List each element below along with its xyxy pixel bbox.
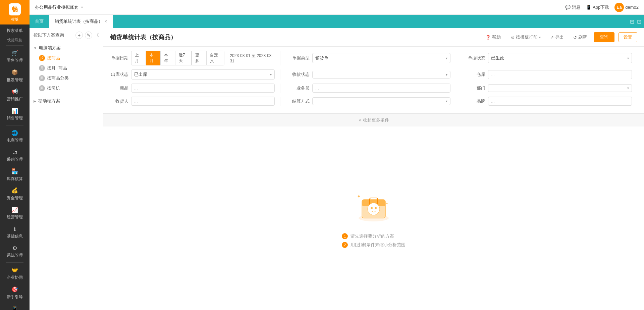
filter-row-3: 商品 ... 业务员 ... <box>110 84 637 93</box>
dept-caret-icon: ▾ <box>627 86 629 90</box>
avatar[interactable]: Ea <box>614 3 624 12</box>
sidebar-item-enterprise[interactable]: 🤝 企业协同 <box>0 264 30 283</box>
sidebar-label-marketing: 营销推广 <box>7 96 23 102</box>
date-btn-7days[interactable]: 近7天 <box>175 51 192 65</box>
receiver-value-group: ... <box>131 97 275 106</box>
scheme-item-by-driver[interactable]: 回 按司机 <box>30 83 103 93</box>
sidebar-item-sales[interactable]: 📊 销售管理 <box>0 105 30 124</box>
sidebar-label-operations: 经营管理 <box>7 214 23 220</box>
edit-scheme-button[interactable]: ✎ <box>85 32 92 39</box>
salesperson-value-group: ... <box>312 84 450 93</box>
sidebar-item-marketing[interactable]: 📢 营销推广 <box>0 85 30 104</box>
brand-label: 品牌 <box>467 98 485 104</box>
date-btn-custom[interactable]: 自定义 <box>206 51 224 65</box>
sidebar-item-operations[interactable]: 📈 经营管理 <box>0 204 30 223</box>
wholesale-icon: 📦 <box>11 69 18 76</box>
industry-dropdown-icon[interactable]: ▾ <box>81 5 83 9</box>
receiver-input[interactable]: ... <box>131 97 275 106</box>
add-scheme-button[interactable]: + <box>75 32 83 39</box>
sidebar-item-basic[interactable]: ℹ 基础信息 <box>0 223 30 242</box>
app-download-button[interactable]: 📱 App下载 <box>586 4 609 10</box>
product-label: 商品 <box>110 85 128 91</box>
out-select[interactable]: 已出库 ▾ <box>131 69 275 80</box>
sidebar-divider <box>6 45 24 46</box>
scheme-item-by-month-product[interactable]: 月 按月+商品 <box>30 63 103 73</box>
scheme-item-by-product[interactable]: 按 按商品 <box>30 53 103 63</box>
procurement-icon: 🗂 <box>12 149 17 156</box>
sidebar-item-guide[interactable]: 🎯 新手引导 <box>0 283 30 302</box>
help-button[interactable]: ❓ 帮助 <box>483 33 503 42</box>
svg-point-6 <box>375 207 377 209</box>
salesperson-input[interactable]: ... <box>312 84 450 93</box>
date-btn-this-year[interactable]: 本年 <box>160 51 175 65</box>
warehouse-input[interactable]: ... <box>488 70 632 79</box>
help-icon: ❓ <box>485 35 491 40</box>
sidebar-item-wholesale[interactable]: 📦 批发管理 <box>0 66 30 85</box>
user-menu[interactable]: Ea demo2 <box>614 3 639 12</box>
sidebar-item-procurement[interactable]: 🗂 采购管理 <box>0 146 30 165</box>
product-input[interactable]: ... <box>131 84 275 93</box>
sidebar-label-system: 系统管理 <box>7 253 23 258</box>
tab-sales-stat[interactable]: 销货单统计表（按商品） × <box>49 15 113 28</box>
sidebar-label-finance: 资金管理 <box>7 195 23 201</box>
date-label: 单据日期 <box>110 55 128 61</box>
marketing-icon: 📢 <box>11 88 18 95</box>
sidebar-label-ecommerce: 电商管理 <box>7 138 23 143</box>
settings-button[interactable]: 设置 <box>619 32 637 42</box>
refresh-button[interactable]: ↺ 刷新 <box>571 33 590 42</box>
scheme-group-mobile-title[interactable]: ▶ 移动端方案 <box>30 96 103 106</box>
minimize-button[interactable]: ⊟ <box>630 18 634 25</box>
receive-select[interactable]: ▾ <box>312 71 450 79</box>
export-button[interactable]: ↗ 导出 <box>547 33 567 42</box>
date-btn-more[interactable]: 更多 <box>192 51 206 65</box>
sidebar-item-ecommerce[interactable]: 🌐 电商管理 <box>0 127 30 146</box>
status-select[interactable]: 已生效 ▾ <box>488 53 632 63</box>
collapse-panel-button[interactable]: 《 <box>94 32 99 38</box>
payment-select[interactable]: ▾ <box>312 97 450 105</box>
industry-label: 办公用品行业模拟账套 <box>35 4 78 10</box>
tip-text-2: 用[过滤]条件来缩小分析范围 <box>351 242 405 248</box>
query-button[interactable]: 查询 <box>594 32 614 42</box>
dept-select[interactable]: ▾ <box>488 84 632 92</box>
sidebar-item-inventory[interactable]: 🏪 库存核算 <box>0 165 30 184</box>
print-dropdown-icon[interactable]: ▾ <box>539 36 541 39</box>
tab-home-label: 首页 <box>35 18 44 24</box>
scheme-item-by-category[interactable]: 回 按商品分类 <box>30 73 103 83</box>
page-title-row: 销货单统计表（按商品） ❓ 帮助 🖨 按模板打印 ▾ ↗ <box>110 32 637 42</box>
sidebar-label-sales: 销售管理 <box>7 115 23 121</box>
page-title: 销货单统计表（按商品） <box>110 33 176 41</box>
collapse-more-button[interactable]: ∧ 收起更多条件 <box>103 113 644 126</box>
product-dots: ... <box>134 86 138 91</box>
sidebar-item-system[interactable]: ⚙ 系统管理 <box>0 242 30 261</box>
operations-icon: 📈 <box>11 206 18 214</box>
brand-input[interactable]: ... <box>488 97 632 106</box>
sidebar-item-finance[interactable]: 💰 资金管理 <box>0 184 30 203</box>
filter-cell-brand: 品牌 ... <box>462 97 637 106</box>
quick-nav-item[interactable]: 快捷导航 <box>0 36 30 44</box>
scheme-label-month-product: 按月+商品 <box>47 65 67 71</box>
print-button[interactable]: 🖨 按模板打印 ▾ <box>507 33 543 42</box>
content-area: 按以下方案查询 + ✎ 《 ▼ 电脑端方案 按 按商品 月 <box>30 28 644 310</box>
receiver-label: 收货人 <box>110 98 128 104</box>
search-menu-item[interactable]: 搜索菜单 <box>0 24 30 36</box>
enterprise-icon: 🤝 <box>11 267 18 274</box>
sidebar-logo[interactable]: 畅 标版 <box>0 0 30 24</box>
user-name-label: demo2 <box>625 5 639 10</box>
maximize-button[interactable]: ⊡ <box>637 18 641 25</box>
scheme-group-pc-title[interactable]: ▼ 电脑端方案 <box>30 43 103 53</box>
sidebar-item-appcenter[interactable]: 📱 应用中心 <box>0 302 30 310</box>
date-btn-this-month[interactable]: 本月 <box>146 51 161 65</box>
scheme-label-product: 按商品 <box>47 55 60 61</box>
filter-row-4: 收货人 ... 结算方式 ▾ <box>110 97 637 106</box>
sidebar-label-procurement: 采购管理 <box>7 157 23 162</box>
sidebar-item-retail[interactable]: 🛒 零售管理 <box>0 47 30 66</box>
type-select[interactable]: 销货单 ▾ <box>312 53 450 63</box>
filter-cell-product: 商品 ... <box>110 84 280 93</box>
tab-close-icon[interactable]: × <box>105 19 107 24</box>
tab-home[interactable]: 首页 <box>30 15 49 28</box>
system-icon: ⚙ <box>12 245 17 252</box>
mobile-group-arrow-icon: ▶ <box>34 99 36 103</box>
type-caret-icon: ▾ <box>446 56 447 60</box>
message-button[interactable]: 💬 消息 <box>565 4 581 10</box>
date-btn-last-month[interactable]: 上月 <box>131 51 146 65</box>
